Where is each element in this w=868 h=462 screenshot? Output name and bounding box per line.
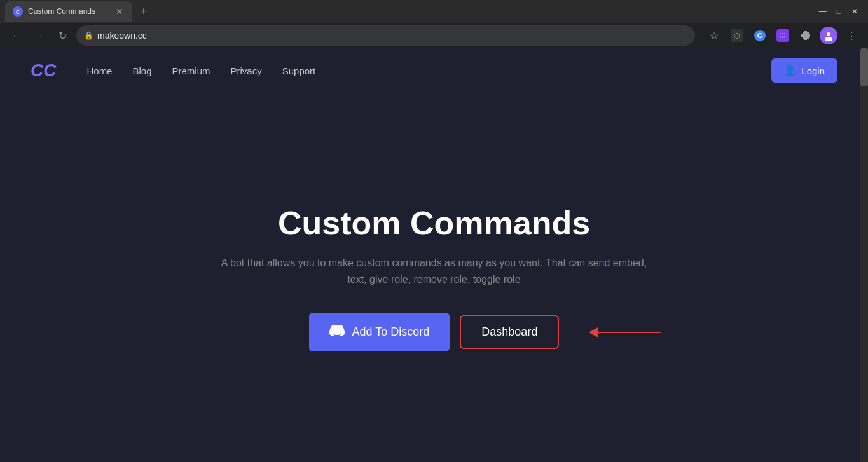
maximize-button[interactable]: □ [837, 7, 841, 16]
add-to-discord-label: Add To Discord [352, 325, 430, 339]
hero-subtitle: A bot that allows you to make custom com… [218, 255, 651, 287]
login-label: Login [801, 65, 825, 76]
svg-text:G: G [757, 32, 763, 39]
discord-icon [329, 323, 345, 341]
bookmark-icon[interactable]: ☆ [705, 27, 723, 44]
dashboard-label: Dashboard [481, 325, 537, 338]
svg-text:🛡: 🛡 [780, 32, 786, 39]
url-bar[interactable]: 🔒 makeown.cc [76, 25, 695, 46]
arrow-head [589, 327, 598, 337]
profile-icon[interactable] [820, 27, 837, 44]
window-controls: — □ ✕ [819, 7, 863, 16]
nav-privacy[interactable]: Privacy [231, 65, 262, 76]
extension-icon-1[interactable]: ⬡ [728, 27, 746, 44]
website-content: CC Home Blog Premium Privacy Support 👤 L… [0, 48, 868, 462]
login-icon: 👤 [784, 65, 796, 76]
login-button[interactable]: 👤 Login [771, 58, 837, 83]
tab-close-btn[interactable]: ✕ [114, 6, 125, 17]
tab-title: Custom Commands [28, 7, 109, 16]
svg-text:C: C [16, 9, 20, 15]
dashboard-button[interactable]: Dashboard [460, 315, 559, 349]
url-text: makeown.cc [97, 31, 147, 41]
extension-icon-3[interactable]: 🛡 [774, 27, 792, 44]
back-button[interactable]: ← [8, 27, 25, 44]
hero-title: Custom Commands [278, 204, 590, 242]
extensions-button[interactable] [797, 27, 815, 44]
svg-point-9 [825, 37, 832, 41]
site-nav: CC Home Blog Premium Privacy Support 👤 L… [0, 48, 868, 93]
nav-support[interactable]: Support [282, 65, 316, 76]
toolbar-icons: ☆ ⬡ G 🛡 [705, 27, 860, 44]
add-to-discord-button[interactable]: Add To Discord [309, 313, 450, 351]
refresh-button[interactable]: ↻ [53, 27, 71, 44]
scrollbar[interactable] [860, 48, 868, 462]
new-tab-button[interactable]: + [135, 3, 153, 20]
browser-titlebar: C Custom Commands ✕ + — □ ✕ [0, 0, 868, 23]
address-bar: ← → ↻ 🔒 makeown.cc ☆ ⬡ G [0, 23, 868, 48]
scrollbar-thumb[interactable] [860, 48, 868, 86]
nav-blog[interactable]: Blog [132, 65, 151, 76]
svg-point-8 [827, 32, 830, 36]
browser-chrome: C Custom Commands ✕ + — □ ✕ ← → ↻ 🔒 make… [0, 0, 868, 48]
hero-buttons: Add To Discord Dashboard [309, 313, 560, 351]
site-logo[interactable]: CC [31, 60, 56, 81]
menu-button[interactable]: ⋮ [843, 27, 860, 44]
nav-links: Home Blog Premium Privacy Support [86, 65, 771, 76]
arrow-indicator [589, 327, 661, 337]
tab-bar: C Custom Commands ✕ + [5, 1, 153, 22]
nav-premium[interactable]: Premium [172, 65, 210, 76]
forward-button[interactable]: → [31, 27, 48, 44]
tab-favicon: C [13, 6, 23, 17]
svg-text:⬡: ⬡ [734, 32, 740, 39]
extension-icon-2[interactable]: G [751, 27, 769, 44]
nav-home[interactable]: Home [86, 65, 112, 76]
lock-icon: 🔒 [84, 31, 93, 40]
active-tab[interactable]: C Custom Commands ✕ [5, 1, 132, 22]
minimize-button[interactable]: — [819, 7, 827, 16]
close-button[interactable]: ✕ [851, 7, 858, 16]
hero-section: Custom Commands A bot that allows you to… [0, 93, 868, 462]
arrow-line [597, 332, 661, 333]
